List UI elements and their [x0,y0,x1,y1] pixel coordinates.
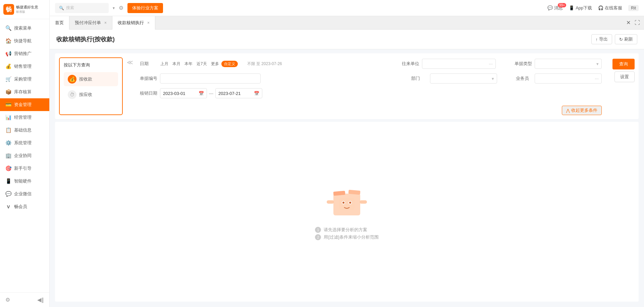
svg-rect-9 [360,200,367,204]
sidebar-item-label: 快捷导航 [14,38,32,44]
filter-settings-btn[interactable]: 设置 [614,71,635,82]
tab-home[interactable]: 首页 [50,16,69,30]
sidebar-item-purchase[interactable]: 🛒 采购管理 [0,73,49,86]
home-icon: 🏠 [5,38,11,44]
staff-dots-icon[interactable]: ··· [595,76,599,81]
sidebar-bottom: ⚙ ◀‖ [0,292,49,307]
sidebar-item-operation[interactable]: 📊 经营管理 [0,111,49,124]
sidebar-item-sales[interactable]: 💰 销售管理 [0,60,49,73]
topbar-chevron-icon[interactable]: ▾ [113,6,115,10]
date-tab-thismonth[interactable]: 本月 [171,60,182,67]
receivable-option-icon: ⏱ [68,90,76,99]
counterpart-dots-icon[interactable]: ··· [489,61,493,66]
sidebar-item-basic[interactable]: 📋 基础信息 [0,124,49,137]
tab-home-label: 首页 [55,20,64,26]
bill-no-label: 单据编号 [140,75,157,82]
dept-select[interactable]: ▾ [430,73,497,84]
sidebar-item-label: 库存核算 [14,89,32,95]
filter-option-receivable[interactable]: ⏱ 按应收 [64,88,118,102]
counterpart-select[interactable]: ··· [422,59,496,69]
counterpart-field-group: 往来单位 ··· [402,59,496,69]
tabbar: 首页 预付冲应付单 × 收款核销执行 × ✕ ⛶ [50,16,644,30]
verify-end-value: 2023-07-21 [218,91,241,96]
collapse-more-btn[interactable]: ⋀ 收起更多条件 [562,106,602,115]
sidebar-item-label: 销售管理 [14,63,32,69]
verify-start-input[interactable]: 2023-03-01 📅 [160,88,207,98]
date-label: 日期 [140,61,156,67]
collapse-icon: ⋀ [566,108,570,113]
sidebar-item-wechat[interactable]: 💬 企业微信 [0,188,49,200]
date-hint-area: 不限 至 2023-07-26 [247,61,282,67]
logo-area: 畅 畅捷通好生意 标准版 [0,0,49,19]
fullscreen-btn[interactable]: ⛶ [633,18,641,27]
sidebar-item-marketing[interactable]: 📢 营销推广 [0,47,49,60]
tab-receipt-close[interactable]: × [147,20,150,25]
filter-panel-title: 按以下方查询 [64,62,118,68]
collapse-left-btn[interactable]: ≪ [127,53,133,119]
user-name: Rit [631,6,636,10]
filter-rows: 日期 上月 本月 本年 近7天 更多 自定义 不限 至 2023-0 [133,53,608,106]
wechat-icon: 💬 [5,191,11,197]
sidebar-nav: 🔍 搜索菜单 🏠 快捷导航 📢 营销推广 💰 销售管理 🛒 采购管理 📦 库存核… [0,19,49,292]
tab-prepay[interactable]: 预付冲应付单 × [69,16,112,30]
sidebar-item-member[interactable]: V 畅会员 [0,200,49,213]
dept-field-group: 部门 ▾ [411,73,497,84]
user-avatar[interactable]: Rit [628,5,639,11]
close-tab-btn[interactable]: ✕ [625,18,632,27]
topbar-gear-icon[interactable]: ⚙ [119,5,123,11]
sidebar-item-enterprise[interactable]: 🏢 企业协同 [0,149,49,162]
date-dash: — [209,91,213,96]
sidebar-item-label: 系统管理 [14,140,32,146]
date-tab-custom[interactable]: 自定义 [221,61,238,67]
logo-badge: 标准版 [16,10,38,14]
page-title: 收款核销执行(按收款) [56,35,115,43]
verify-end-input[interactable]: 2023-07-21 📅 [215,88,262,98]
sidebar-item-hardware[interactable]: 📱 智能硬件 [0,175,49,188]
logo-text-area: 畅捷通好生意 标准版 [16,5,38,14]
filter-row-1: 日期 上月 本月 本年 近7天 更多 自定义 不限 至 2023-0 [140,59,602,69]
date-tab-more[interactable]: 更多 [209,60,221,67]
tab-receipt[interactable]: 收款核销执行 × [112,16,155,30]
filter-option-receipt[interactable]: 💰 按收款 [64,72,118,86]
service-btn[interactable]: 🎧 在线客服 [598,5,622,11]
hint-1-num: 1 [315,227,321,233]
bill-type-chevron-icon: ▾ [596,61,599,66]
content-area: 收款核销执行(按收款) ↑ 导出 ↻ 刷新 按以下方查询 💰 按收款 [50,30,644,307]
sidebar-item-finance[interactable]: 💳 资金管理 [0,98,49,111]
settings-bottom-icon[interactable]: ⚙ [5,297,10,303]
sidebar-item-system[interactable]: ⚙️ 系统管理 [0,137,49,149]
sidebar: 畅 畅捷通好生意 标准版 🔍 搜索菜单 🏠 快捷导航 📢 营销推广 💰 销售管理… [0,0,50,307]
refresh-btn[interactable]: ↻ 刷新 [615,34,637,44]
date-tab-lastmonth[interactable]: 上月 [159,60,170,67]
collapse-sidebar-icon[interactable]: ◀‖ [37,297,44,303]
date-tab-7days[interactable]: 近7天 [195,60,209,67]
sidebar-item-quicknav[interactable]: 🏠 快捷导航 [0,35,49,47]
dept-label: 部门 [411,75,427,82]
date-tabs: 上月 本月 本年 近7天 更多 自定义 [159,60,238,67]
filter-option-receipt-label: 按收款 [79,76,92,82]
query-btn[interactable]: 查询 [612,59,635,69]
topbar: 🔍 搜索 ▾ ⚙ 体验行业方案 💬 消息 99+ 📱 App下载 🎧 在线客服 … [50,0,644,16]
inventory-icon: 📦 [5,89,11,95]
sidebar-item-label: 营销推广 [14,51,32,57]
staff-select[interactable]: ··· [535,73,602,84]
sidebar-item-inventory[interactable]: 📦 库存核算 [0,86,49,98]
header-actions: ↑ 导出 ↻ 刷新 [591,34,638,44]
bill-no-input[interactable] [160,73,261,84]
sidebar-item-guide[interactable]: 🎯 新手引导 [0,162,49,175]
date-tab-thisyear[interactable]: 本年 [183,60,194,67]
app-download-btn[interactable]: 📱 App下载 [569,5,592,11]
message-btn[interactable]: 💬 消息 99+ [547,5,563,11]
topbar-search[interactable]: 🔍 搜索 [55,3,109,13]
export-btn[interactable]: ↑ 导出 [591,34,612,44]
verify-date-range: 2023-03-01 📅 — 2023-07-21 📅 [160,88,262,98]
svg-rect-8 [327,200,334,204]
hardware-icon: 📱 [5,178,11,184]
tab-prepay-close[interactable]: × [104,20,107,25]
sidebar-item-label: 经营管理 [14,114,32,120]
staff-label: 业务员 [516,75,532,82]
industry-btn[interactable]: 体验行业方案 [127,3,163,13]
counterpart-label: 往来单位 [402,61,419,67]
sidebar-item-search[interactable]: 🔍 搜索菜单 [0,22,49,35]
bill-type-select[interactable]: ▾ [535,59,602,69]
